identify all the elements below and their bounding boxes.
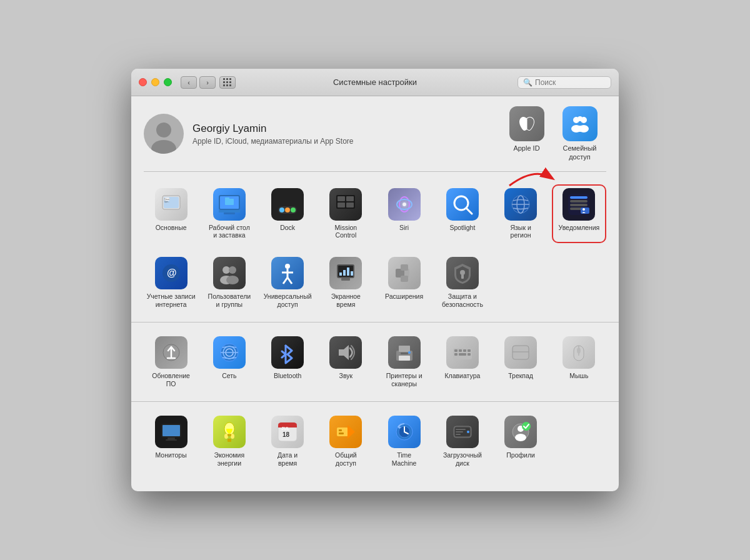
bluetooth-icon [271,336,304,369]
startup-icon [446,416,479,448]
search-input[interactable] [535,78,606,87]
section-divider-2 [131,401,619,402]
spotlight-label: Spotlight [449,224,475,232]
sound-item[interactable]: Звук [319,332,373,391]
bluetooth-item[interactable]: Bluetooth [261,332,315,391]
svg-rect-78 [399,346,410,352]
sound-icon [329,336,362,369]
trackpad-item[interactable]: Трекпад [494,332,548,391]
spotlight-item[interactable]: Spotlight [435,184,489,243]
svg-rect-120 [456,429,466,430]
avatar[interactable] [144,114,184,154]
startup-item[interactable]: Загрузочныйдиск [435,412,489,471]
notifications-item[interactable]: Уведомления [552,184,606,243]
bluetooth-label: Bluetooth [274,372,301,380]
svg-rect-68 [461,274,464,279]
language-item[interactable]: Язык ирегион [494,184,548,243]
timemachine-icon [388,416,421,448]
updates-item[interactable]: ОбновлениеПО [144,332,198,391]
svg-rect-86 [468,349,471,352]
siri-item[interactable]: Siri [377,184,431,243]
traffic-lights [139,78,172,86]
datetime-label: Дата ивремя [278,451,298,467]
security-label: Защита ибезопасность [442,292,483,308]
dock-item[interactable]: Dock [261,184,315,243]
svg-rect-102 [228,439,231,442]
general-item[interactable]: New Ope... Основные [144,184,198,243]
extensions-item[interactable]: Расширения [377,253,431,312]
svg-point-50 [226,276,239,284]
family-sharing-item[interactable]: Семейныйдоступ [553,106,606,161]
svg-rect-62 [351,271,353,276]
printers-item[interactable]: Принтеры исканеры [377,332,431,391]
timemachine-item[interactable]: TimeMachine [377,412,431,471]
displays-item[interactable]: Мониторы [144,412,198,471]
extensions-label: Расширения [385,292,423,301]
users-item[interactable]: Пользователии группы [202,253,256,312]
svg-rect-24 [338,196,345,201]
keyboard-item[interactable]: Клавиатура [435,332,489,391]
sharing-item[interactable]: Общийдоступ [319,412,373,471]
content-area: Georgiy Lyamin Apple ID, iCloud, медиама… [131,96,619,491]
svg-point-119 [467,431,469,433]
svg-line-54 [283,278,288,284]
forward-button[interactable]: › [199,76,216,89]
datetime-item[interactable]: JUL 18 Дата ивремя [261,412,315,471]
mouse-icon [562,336,595,369]
desktop-label: Рабочий столи заставка [209,224,250,239]
screentime-item[interactable]: Экранноевремя [319,253,373,312]
svg-rect-16 [224,212,235,214]
network-item[interactable]: Сеть [202,332,256,391]
row1-grid: New Ope... Основные [144,184,606,243]
svg-point-81 [408,351,411,354]
svg-rect-88 [459,353,466,356]
timemachine-label: TimeMachine [392,451,417,467]
search-box[interactable]: 🔍 [518,76,611,89]
close-button[interactable] [139,78,147,86]
svg-line-55 [288,278,292,284]
mission-icon [329,188,362,221]
general-icon: New Ope... [155,188,188,221]
system-preferences-window: ‹ › Системные настройки 🔍 [131,69,619,491]
svg-point-51 [285,264,290,269]
family-sharing-icon [562,106,598,141]
keyboard-label: Клавиатура [444,372,480,380]
svg-point-125 [515,434,526,441]
internet-icon: @ [155,257,188,289]
mouse-item[interactable]: Мышь [552,332,606,391]
nav-buttons: ‹ › [181,76,216,89]
mission-item[interactable]: MissionControl [319,184,373,243]
users-icon [213,257,246,289]
apple-id-item[interactable]: Apple ID [500,106,553,161]
spotlight-icon [446,188,479,221]
accessibility-item[interactable]: Универсальныйдоступ [261,253,315,312]
extensions-icon [388,257,421,289]
svg-rect-87 [454,353,458,356]
window-title: Системные настройки [333,78,417,87]
svg-point-48 [229,266,236,274]
network-label: Сеть [222,372,236,380]
svg-rect-97 [168,438,175,439]
user-section: Georgiy Lyamin Apple ID, iCloud, медиама… [144,106,606,171]
svg-rect-96 [162,425,180,436]
svg-rect-79 [399,356,410,361]
svg-rect-25 [346,196,354,201]
minimize-button[interactable] [151,78,159,86]
svg-text:JUL: JUL [281,426,290,431]
svg-point-31 [402,202,406,206]
sharing-icon [329,416,362,448]
maximize-button[interactable] [164,78,172,86]
profiles-item[interactable]: Профили [494,412,548,471]
screentime-label: Экранноевремя [331,292,361,308]
security-item[interactable]: Защита ибезопасность [435,253,489,312]
internet-item[interactable]: @ Учетные записиинтернета [144,253,198,312]
svg-rect-98 [166,439,177,441]
desktop-item[interactable]: Рабочий столи заставка [202,184,256,243]
energy-item[interactable]: Экономияэнергии [202,412,256,471]
energy-icon [213,416,246,448]
back-button[interactable]: ‹ [181,76,197,89]
row4-grid: Мониторы Экономияэнергии [144,412,606,471]
screentime-icon [329,257,362,289]
grid-view-button[interactable] [219,76,236,89]
svg-rect-122 [456,434,461,435]
